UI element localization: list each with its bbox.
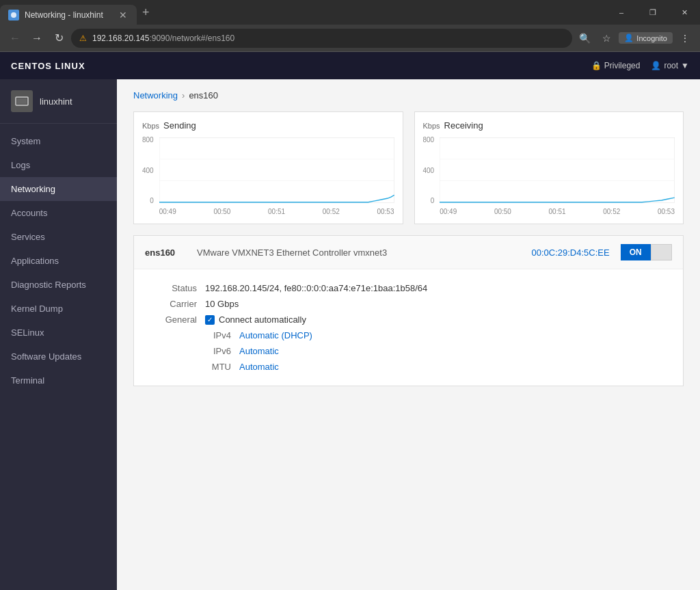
sending-y-0: 0: [142, 197, 154, 204]
mtu-row: MTU Automatic: [205, 359, 667, 375]
toggle-off-label[interactable]: [651, 244, 672, 260]
sidebar-item-applications[interactable]: Applications: [0, 249, 117, 273]
browser-chrome: Networking - linuxhint ✕ + – ❐ ✕ ← → ↻ ⚠…: [0, 0, 700, 52]
breadcrumb-separator: ›: [182, 90, 185, 100]
mtu-label: MTU: [205, 362, 239, 372]
browser-tab-bar: Networking - linuxhint ✕ + – ❐ ✕: [0, 0, 700, 25]
header-user[interactable]: 👤 root ▼: [651, 61, 689, 70]
url-path: :9090/network#/ens160: [149, 33, 234, 43]
svg-point-0: [11, 12, 16, 18]
sending-y-400: 400: [142, 167, 154, 174]
carrier-row: Carrier 10 Gbps: [150, 296, 667, 312]
status-label: Status: [150, 283, 205, 293]
browser-tab[interactable]: Networking - linuxhint ✕: [0, 5, 137, 25]
sidebar-item-label: Diagnostic Reports: [11, 280, 86, 290]
bookmark-icon[interactable]: ☆: [597, 29, 616, 48]
search-icon[interactable]: 🔍: [575, 29, 594, 48]
url-text: 192.168.20.145:9090/network#/ens160: [92, 33, 564, 43]
main-content: Networking › ens160 Kbps Sending 800 400: [117, 79, 700, 590]
sending-chart-header: Kbps Sending: [142, 120, 394, 131]
sending-chart-svg: [159, 136, 394, 204]
maximize-button[interactable]: ❐: [637, 0, 669, 25]
tab-title: Networking - linuxhint: [25, 10, 112, 20]
general-row: General ✓ Connect automatically: [150, 312, 667, 327]
sidebar-item-terminal[interactable]: Terminal: [0, 368, 117, 392]
receiving-chart: Kbps Receiving 800 400 0: [414, 111, 684, 224]
receiving-chart-svg: [440, 136, 675, 204]
svg-rect-3: [159, 137, 394, 203]
ipv6-label: IPv6: [205, 346, 239, 356]
sidebar-item-accounts[interactable]: Accounts: [0, 201, 117, 225]
receiving-x-0053: 00:53: [658, 208, 675, 215]
new-tab-button[interactable]: +: [137, 5, 155, 20]
sidebar-item-system[interactable]: System: [0, 129, 117, 153]
ipv4-value[interactable]: Automatic (DHCP): [239, 330, 312, 340]
sidebar-item-logs[interactable]: Logs: [0, 153, 117, 177]
user-icon: 👤: [651, 61, 661, 70]
sending-x-0049: 00:49: [159, 208, 176, 215]
sidebar-item-label: Networking: [11, 184, 55, 194]
user-dropdown-icon: ▼: [681, 61, 689, 70]
back-button[interactable]: ←: [5, 29, 25, 48]
app-header: CENTOS LINUX 🔒 Privileged 👤 root ▼: [0, 52, 700, 79]
sidebar-username: linuxhint: [40, 96, 72, 107]
app-body: linuxhint System Logs Networking Account…: [0, 79, 700, 590]
minimize-button[interactable]: –: [606, 0, 637, 25]
ipv4-row: IPv4 Automatic (DHCP): [205, 327, 667, 343]
ipv6-value[interactable]: Automatic: [239, 346, 279, 356]
sidebar-item-kernel-dump[interactable]: Kernel Dump: [0, 297, 117, 321]
header-privileged: 🔒 Privileged: [591, 61, 641, 70]
interface-toggle[interactable]: ON: [621, 244, 672, 260]
incognito-badge: 👤 Incognito: [619, 32, 673, 44]
sending-chart: Kbps Sending 800 400 0: [133, 111, 403, 224]
sidebar-item-services[interactable]: Services: [0, 225, 117, 249]
security-icon: ⚠: [79, 33, 87, 43]
carrier-value: 10 Gbps: [205, 299, 667, 309]
close-button[interactable]: ✕: [669, 0, 700, 25]
toolbar-right: 🔍 ☆ 👤 Incognito ⋮: [575, 29, 695, 48]
ipv6-row: IPv6 Automatic: [205, 343, 667, 359]
receiving-y-0: 0: [423, 197, 435, 204]
interface-name: ens160: [145, 247, 186, 258]
sidebar-item-diagnostic-reports[interactable]: Diagnostic Reports: [0, 273, 117, 297]
window-controls: – ❐ ✕: [606, 0, 700, 25]
sidebar-item-networking[interactable]: Networking: [0, 177, 117, 201]
breadcrumb-current: ens160: [189, 90, 218, 100]
menu-icon[interactable]: ⋮: [675, 29, 695, 48]
status-row: Status 192.168.20.145/24, fe80::0:0:0:aa…: [150, 280, 667, 296]
app-layout: CENTOS LINUX 🔒 Privileged 👤 root ▼ linux…: [0, 52, 700, 590]
sending-chart-title: Sending: [163, 120, 196, 131]
sidebar-item-label: Kernel Dump: [11, 304, 63, 314]
sending-x-0050: 00:50: [213, 208, 230, 215]
forward-button[interactable]: →: [27, 29, 46, 48]
sidebar: linuxhint System Logs Networking Account…: [0, 79, 117, 590]
sending-x-0053: 00:53: [377, 208, 394, 215]
sidebar-item-selinux[interactable]: SELinux: [0, 321, 117, 345]
breadcrumb: Networking › ens160: [133, 90, 684, 100]
privileged-label: Privileged: [604, 61, 641, 70]
sidebar-profile: linuxhint: [0, 79, 117, 124]
receiving-chart-header: Kbps Receiving: [423, 120, 675, 131]
breadcrumb-parent-link[interactable]: Networking: [133, 90, 178, 100]
user-label: root: [664, 61, 678, 70]
interface-mac[interactable]: 00:0C:29:D4:5C:EE: [531, 247, 609, 258]
general-connect-auto: ✓ Connect automatically: [205, 314, 667, 325]
tab-close-button[interactable]: ✕: [118, 10, 129, 21]
mtu-value[interactable]: Automatic: [239, 362, 279, 372]
sidebar-item-label: Accounts: [11, 208, 47, 218]
sidebar-item-software-updates[interactable]: Software Updates: [0, 345, 117, 368]
sidebar-item-label: Terminal: [11, 375, 44, 386]
address-bar[interactable]: ⚠ 192.168.20.145:9090/network#/ens160: [71, 29, 572, 48]
interface-card: ens160 VMware VMXNET3 Ethernet Controlle…: [133, 235, 684, 386]
reload-button[interactable]: ↻: [49, 29, 68, 48]
interface-details: Status 192.168.20.145/24, fe80::0:0:0:aa…: [134, 269, 683, 386]
receiving-x-0051: 00:51: [549, 208, 566, 215]
status-value: 192.168.20.145/24, fe80::0:0:0:aa74:e71e…: [205, 283, 667, 293]
toggle-on-label[interactable]: ON: [621, 244, 651, 260]
receiving-y-800: 800: [423, 136, 435, 144]
sidebar-nav: System Logs Networking Accounts Services…: [0, 124, 117, 590]
sending-x-0052: 00:52: [323, 208, 340, 215]
incognito-label: Incognito: [636, 34, 667, 42]
charts-section: Kbps Sending 800 400 0: [133, 111, 684, 224]
general-label: General: [150, 314, 205, 325]
